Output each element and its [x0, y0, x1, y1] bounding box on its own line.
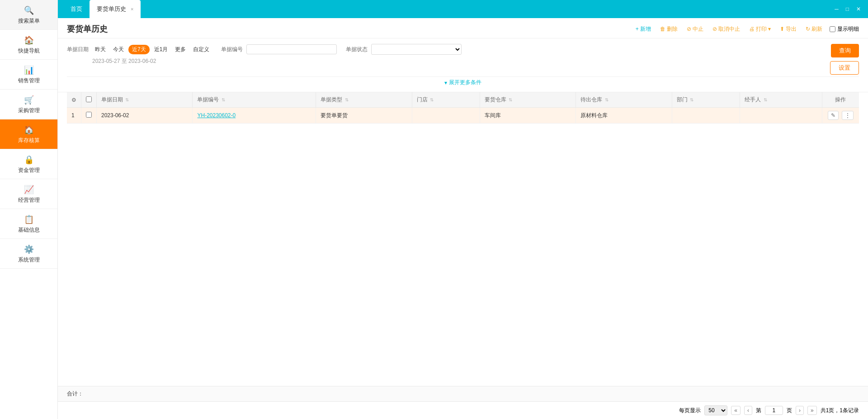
sidebar-item-label: 搜索菜单: [18, 17, 40, 25]
per-page-label: 每页显示: [679, 407, 701, 414]
td-operation: ✎ ⋮: [822, 108, 859, 124]
row-edit-button[interactable]: ✎: [828, 111, 839, 120]
expand-icon: ▾: [444, 80, 447, 86]
filter-area: 单据日期 昨天 今天 近7天 近1月 更多 自定义: [58, 38, 868, 92]
tab-close-icon[interactable]: ×: [131, 6, 133, 12]
stop-icon: ⊘: [687, 26, 691, 32]
doc-number-input[interactable]: [246, 44, 337, 54]
home-icon: 🏠: [24, 35, 34, 45]
sort-icon-req: ⇅: [509, 97, 512, 102]
window-min-button[interactable]: ─: [833, 5, 840, 13]
date-more[interactable]: 更多: [172, 45, 189, 54]
cancel-stop-button[interactable]: ⊘ 取消中止: [711, 24, 742, 34]
refresh-button[interactable]: ↻ 刷新: [804, 24, 824, 34]
td-type: 要货单要货: [316, 108, 412, 124]
date-range-display: 2023-05-27 至 2023-06-02: [92, 57, 156, 65]
new-button[interactable]: + 新增: [634, 24, 653, 34]
table-header: ⚙ 单据日期 ⇅ 单据编号 ⇅ 单据类型 ⇅ 门店 ⇅ 要货仓库 ⇅ 待出仓库 …: [67, 92, 859, 108]
sidebar-item-finance[interactable]: 🔒 资金管理: [0, 149, 57, 179]
date-yesterday[interactable]: 昨天: [92, 45, 108, 54]
next-page-button[interactable]: ›: [796, 406, 804, 415]
sidebar-item-basic[interactable]: 📋 基础信息: [0, 209, 57, 239]
sidebar-item-inventory[interactable]: 🏠 库存核算: [0, 119, 57, 149]
doc-number-link[interactable]: YH-20230602-0: [197, 112, 236, 119]
th-req-warehouse[interactable]: 要货仓库 ⇅: [480, 92, 576, 108]
tab-active[interactable]: 要货单历史 ×: [90, 0, 141, 18]
row-more-button[interactable]: ⋮: [842, 111, 854, 120]
window-close-button[interactable]: ✕: [854, 5, 863, 13]
page-suffix: 页: [787, 407, 792, 414]
th-store[interactable]: 门店 ⇅: [412, 92, 480, 108]
sort-icon-dept: ⇅: [690, 97, 693, 102]
export-button[interactable]: ⬆ 导出: [778, 24, 798, 34]
sidebar-item-search[interactable]: 🔍 搜索菜单: [0, 0, 57, 30]
status-label: 单据状态: [346, 46, 368, 53]
sidebar-item-label: 库存核算: [18, 137, 40, 144]
delete-button[interactable]: 🗑 删除: [658, 24, 679, 34]
th-pending-warehouse[interactable]: 待出仓库 ⇅: [576, 92, 672, 108]
sidebar-item-label: 销售管理: [18, 77, 40, 85]
th-number[interactable]: 单据编号 ⇅: [193, 92, 316, 108]
sidebar-item-sales[interactable]: 📊 销售管理: [0, 60, 57, 90]
print-button[interactable]: 🖨 打印 ▾: [747, 24, 773, 34]
page-content: 要货单历史 + 新增 🗑 删除 ⊘ 中止 ⊘ 取消中止 🖨 打印: [58, 18, 868, 419]
tab-home[interactable]: 首页: [63, 0, 90, 18]
print-icon: 🖨: [749, 26, 755, 32]
refresh-icon: ↻: [806, 26, 810, 32]
search-icon: 🔍: [24, 5, 34, 15]
table-row: 1 2023-06-02 YH-20230602-0 要货单要货 车间库 原材料…: [67, 108, 859, 124]
prev-page-button[interactable]: ‹: [744, 406, 752, 415]
sort-icon-handler: ⇅: [764, 97, 767, 102]
main-content: 首页 要货单历史 × ─ □ ✕ 要货单历史 + 新增 🗑 删除 ⊘ 中: [58, 0, 868, 419]
th-dept[interactable]: 部门 ⇅: [672, 92, 740, 108]
sidebar-item-label: 基础信息: [18, 226, 40, 234]
print-dropdown-icon: ▾: [768, 26, 771, 32]
topbar-window-controls: ─ □ ✕: [833, 5, 863, 13]
th-type[interactable]: 单据类型 ⇅: [316, 92, 412, 108]
window-max-button[interactable]: □: [844, 5, 851, 13]
page-input[interactable]: [765, 406, 783, 415]
total-label: 合计：: [67, 390, 83, 398]
sidebar-item-operation[interactable]: 📈 经营管理: [0, 179, 57, 209]
select-all-checkbox[interactable]: [86, 96, 92, 102]
page-header: 要货单历史 + 新增 🗑 删除 ⊘ 中止 ⊘ 取消中止 🖨 打印: [58, 18, 868, 38]
doc-number-label: 单据编号: [221, 46, 243, 53]
filter-right-btns: 查询 设置: [830, 44, 859, 75]
th-operation: 操作: [822, 92, 859, 108]
date-today[interactable]: 今天: [110, 45, 127, 54]
date-7days[interactable]: 近7天: [128, 45, 150, 54]
lock-icon: 🔒: [24, 155, 34, 165]
export-icon: ⬆: [780, 26, 784, 32]
query-button[interactable]: 查询: [831, 44, 859, 57]
th-date[interactable]: 单据日期 ⇅: [97, 92, 193, 108]
sidebar-item-label: 经营管理: [18, 196, 40, 204]
show-detail-input[interactable]: [830, 26, 835, 32]
expand-more-btn[interactable]: ▾ 展开更多条件: [67, 76, 859, 88]
th-checkbox: [81, 92, 97, 108]
first-page-button[interactable]: «: [731, 406, 741, 415]
setting-button[interactable]: 设置: [830, 61, 859, 75]
sidebar: 🔍 搜索菜单 🏠 快捷导航 📊 销售管理 🛒 采购管理 🏠 库存核算 🔒 资金管…: [0, 0, 58, 419]
data-table: ⚙ 单据日期 ⇅ 单据编号 ⇅ 单据类型 ⇅ 门店 ⇅ 要货仓库 ⇅ 待出仓库 …: [67, 92, 859, 124]
td-dept: [672, 108, 740, 124]
row-checkbox[interactable]: [86, 112, 92, 118]
page-size-select[interactable]: 50 100: [704, 405, 727, 415]
sidebar-item-label: 系统管理: [18, 256, 40, 264]
table-container: ⚙ 单据日期 ⇅ 单据编号 ⇅ 单据类型 ⇅ 门店 ⇅ 要货仓库 ⇅ 待出仓库 …: [58, 92, 868, 386]
date-1month[interactable]: 近1月: [151, 45, 171, 54]
sidebar-item-system[interactable]: ⚙️ 系统管理: [0, 239, 57, 269]
status-select[interactable]: [371, 44, 462, 55]
sidebar-item-shortcut[interactable]: 🏠 快捷导航: [0, 30, 57, 60]
inventory-icon: 🏠: [24, 125, 34, 135]
sidebar-item-purchase[interactable]: 🛒 采购管理: [0, 90, 57, 119]
last-page-button[interactable]: »: [807, 406, 817, 415]
date-custom[interactable]: 自定义: [190, 45, 212, 54]
th-settings[interactable]: ⚙: [67, 92, 81, 108]
stop-button[interactable]: ⊘ 中止: [685, 24, 705, 34]
th-handler[interactable]: 经手人 ⇅: [740, 92, 822, 108]
status-filter-group: 单据状态: [346, 44, 462, 55]
doc-icon: 📋: [24, 214, 34, 224]
td-date: 2023-06-02: [97, 108, 193, 124]
table-body: 1 2023-06-02 YH-20230602-0 要货单要货 车间库 原材料…: [67, 108, 859, 124]
show-detail-checkbox[interactable]: 显示明细: [830, 25, 859, 33]
